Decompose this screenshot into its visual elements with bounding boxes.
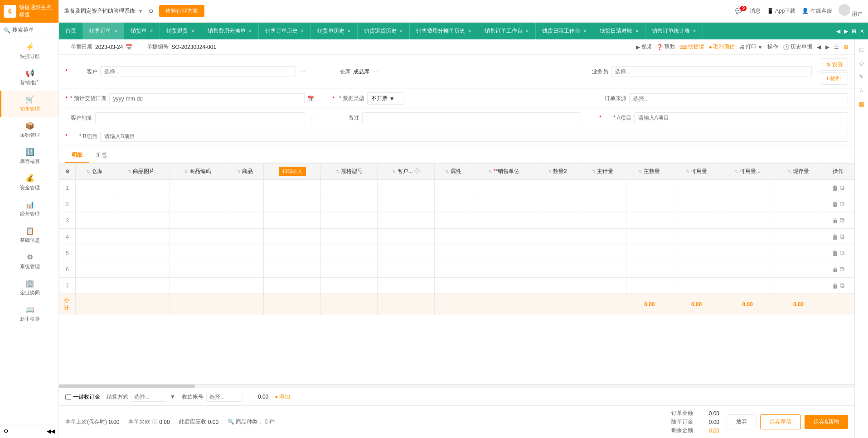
cell-main_qty[interactable] xyxy=(626,196,673,212)
cell-main_qty[interactable] xyxy=(626,278,673,294)
cell-current_stock[interactable] xyxy=(775,261,822,278)
delete-row-icon[interactable]: 🗑 xyxy=(832,250,838,257)
tab-close-icon[interactable]: ✕ xyxy=(399,29,403,34)
tab-close-icon[interactable]: ✕ xyxy=(693,29,696,34)
cell-spec[interactable] xyxy=(321,212,378,229)
cell-product_image[interactable] xyxy=(113,180,170,196)
sidebar-item-enterprise[interactable]: 🏢 企业协同 xyxy=(0,274,58,301)
save-new-button[interactable]: 保存&新增 xyxy=(805,415,848,429)
cell-spec[interactable] xyxy=(321,229,378,245)
delete-row-icon[interactable]: 🗑 xyxy=(832,217,838,224)
cell-product[interactable] xyxy=(226,261,264,278)
cell-product_code[interactable] xyxy=(170,229,226,245)
sidebar-item-inventory[interactable]: 🔢 库存核算 xyxy=(0,143,58,169)
tab-daily-reconcile[interactable]: 钱货日清对账 ✕ xyxy=(593,23,645,39)
salesperson-input[interactable] xyxy=(611,66,812,77)
cell-available[interactable] xyxy=(673,278,720,294)
cell-sales_unit[interactable] xyxy=(472,229,536,245)
cell-scan[interactable] xyxy=(264,212,321,229)
cell-warehouse[interactable] xyxy=(76,180,113,196)
cell-available2[interactable] xyxy=(720,245,775,261)
cell-product_image[interactable] xyxy=(113,196,170,212)
search-menu[interactable]: 🔍 搜索菜单 xyxy=(0,23,58,38)
cell-available2[interactable] xyxy=(720,261,775,278)
cell-main_qty[interactable] xyxy=(626,261,673,278)
cell-attribute[interactable] xyxy=(435,212,472,229)
cell-sales_unit[interactable] xyxy=(472,196,536,212)
cell-scan[interactable] xyxy=(264,229,321,245)
calendar-icon[interactable]: 📅 xyxy=(126,44,132,50)
cell-qty2[interactable] xyxy=(536,245,579,261)
sidebar-item-operations[interactable]: 📊 经营管理 xyxy=(0,196,58,222)
tab-summary[interactable]: 汇总 xyxy=(90,149,113,163)
copy-row-icon[interactable]: ⧉ xyxy=(840,200,844,208)
cell-available[interactable] xyxy=(673,261,720,278)
cell-product_image[interactable] xyxy=(113,229,170,245)
tab-expand-icon[interactable]: ⊞ xyxy=(850,28,858,34)
cell-available[interactable] xyxy=(673,196,720,212)
cell-product_code[interactable] xyxy=(170,212,226,229)
cell-product_image[interactable] xyxy=(113,245,170,261)
message-icon[interactable]: 💬9 消息 xyxy=(735,7,761,15)
cell-available[interactable] xyxy=(673,229,720,245)
tab-sales-return[interactable]: 销货退货 ✕ xyxy=(160,23,201,39)
copy-row-icon[interactable]: ⧉ xyxy=(840,217,844,224)
cell-main_unit[interactable] xyxy=(579,278,626,294)
tab-goods-history[interactable]: 销货单历史 ✕ xyxy=(311,23,358,39)
app-download-link[interactable]: 📱 App下载 xyxy=(767,7,795,15)
copy-row-icon[interactable]: ⧉ xyxy=(840,184,844,192)
cell-spec[interactable] xyxy=(321,180,378,196)
tab-detail[interactable]: 明细 xyxy=(65,149,89,163)
cell-customer_ref[interactable] xyxy=(377,180,434,196)
cell-sales_unit[interactable] xyxy=(472,245,536,261)
tab-close-icon[interactable]: ✕ xyxy=(525,29,529,34)
cell-qty2[interactable] xyxy=(536,196,579,212)
customer-input[interactable] xyxy=(100,66,296,77)
cell-customer_ref[interactable] xyxy=(377,229,434,245)
tab-next-icon[interactable]: ▶ xyxy=(842,28,850,34)
sidebar-item-system[interactable]: ⚙ 系统管理 xyxy=(0,248,58,274)
delete-row-icon[interactable]: 🗑 xyxy=(832,184,838,192)
cell-main_unit[interactable] xyxy=(579,180,626,196)
payment-dropdown-icon[interactable]: ▼ xyxy=(170,394,175,400)
cell-current_stock[interactable] xyxy=(775,229,822,245)
cell-current_stock[interactable] xyxy=(775,196,822,212)
sidebar-item-purchase[interactable]: 📦 采购管理 xyxy=(0,117,58,143)
cell-attribute[interactable] xyxy=(435,229,472,245)
operation-btn[interactable]: 操作 xyxy=(767,43,778,51)
cell-customer_ref[interactable] xyxy=(377,245,434,261)
cell-warehouse[interactable] xyxy=(76,278,113,294)
right-panel-icon-4[interactable]: ☆ xyxy=(856,85,867,96)
cell-scan[interactable] xyxy=(264,261,321,278)
right-panel-icon-2[interactable]: ◇ xyxy=(856,58,867,68)
right-panel-icon-1[interactable]: □ xyxy=(856,44,867,55)
cell-product[interactable] xyxy=(226,180,264,196)
cell-attribute[interactable] xyxy=(435,180,472,196)
cell-main_unit[interactable] xyxy=(579,261,626,278)
cell-warehouse[interactable] xyxy=(76,196,113,212)
cell-sales_unit[interactable] xyxy=(472,212,536,229)
delete-row-icon[interactable]: 🗑 xyxy=(832,233,838,241)
tab-sales-fee[interactable]: 销售费用分摊单 ✕ xyxy=(201,23,259,39)
scan-button[interactable]: 扫码录入 xyxy=(279,167,306,176)
tab-sales-order-history[interactable]: 销售订单历史 ✕ xyxy=(259,23,311,39)
project-b-input[interactable] xyxy=(100,131,848,142)
nav-left-icon[interactable]: ◀ xyxy=(817,44,821,50)
save-draft-button[interactable]: 保存草稿 xyxy=(760,414,801,429)
settings-bottom-icon[interactable]: ⚙ xyxy=(4,428,9,434)
cell-qty2[interactable] xyxy=(536,229,579,245)
settings-button[interactable]: ⚙ 设置 xyxy=(821,58,848,71)
cell-available[interactable] xyxy=(673,180,720,196)
cell-available[interactable] xyxy=(673,212,720,229)
tab-close-icon[interactable]: ✕ xyxy=(347,29,351,34)
collapse-icon[interactable]: ◀◀ xyxy=(47,428,55,434)
one-click-checkbox-input[interactable] xyxy=(65,394,71,400)
tab-close-icon[interactable]: ✕ xyxy=(635,29,639,34)
copy-row-icon[interactable]: ⧉ xyxy=(840,265,844,273)
cell-available2[interactable] xyxy=(720,196,775,212)
tab-close-icon[interactable]: ✕ xyxy=(468,29,471,34)
tab-fee-history[interactable]: 销售费用分摊单历史 ✕ xyxy=(410,23,478,39)
copy-row-icon[interactable]: ⧉ xyxy=(840,249,844,257)
tab-order-stats[interactable]: 销售订单统计表 ✕ xyxy=(645,23,703,39)
cell-main_qty[interactable] xyxy=(626,212,673,229)
